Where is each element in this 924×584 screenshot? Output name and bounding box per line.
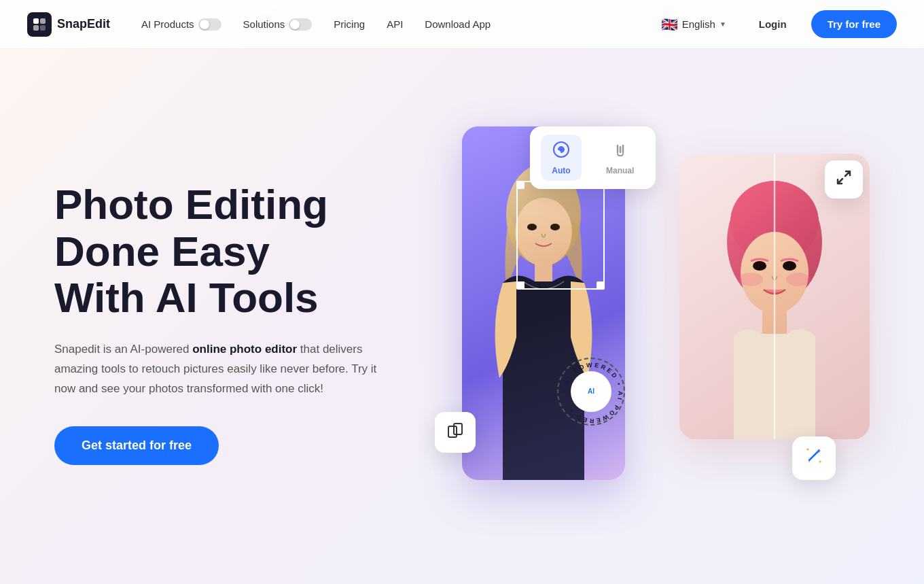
hero-content: Photo Editing Done Easy With AI Tools Sn… — [54, 182, 421, 464]
magic-wand-card[interactable] — [792, 436, 836, 480]
svg-rect-0 — [33, 18, 39, 24]
svg-point-20 — [739, 273, 763, 286]
svg-point-19 — [783, 261, 796, 271]
nav-toggle-ai-products[interactable] — [198, 18, 221, 31]
svg-point-28 — [819, 461, 821, 463]
selection-rectangle — [516, 181, 605, 290]
expand-icon — [836, 169, 852, 190]
nav-links: AI Products Solutions Pricing API Downlo… — [132, 13, 653, 36]
nav-label-pricing: Pricing — [334, 18, 365, 30]
crop-icon — [446, 421, 465, 444]
logo-text: SnapEdit — [57, 17, 110, 31]
ai-powered-badge: • AI POWERED • AI POWERED • AI — [557, 358, 625, 426]
nav-item-download[interactable]: Download App — [415, 13, 500, 35]
login-button[interactable]: Login — [745, 12, 800, 37]
nav-label-download: Download App — [425, 18, 491, 30]
auto-manual-card[interactable]: Auto Manual — [530, 126, 656, 189]
tab-auto[interactable]: Auto — [541, 135, 582, 181]
svg-rect-24 — [448, 426, 457, 437]
svg-rect-3 — [40, 25, 46, 31]
hero-visual: Auto Manual — [421, 113, 870, 534]
svg-rect-2 — [33, 25, 39, 31]
logo-icon — [27, 12, 52, 37]
crop-card[interactable] — [435, 412, 476, 453]
get-started-button[interactable]: Get started for free — [54, 426, 219, 465]
tab-manual[interactable]: Manual — [595, 135, 645, 181]
hero-section: Photo Editing Done Easy With AI Tools Sn… — [0, 49, 924, 584]
nav-item-ai-products[interactable]: AI Products — [132, 13, 231, 36]
svg-rect-1 — [40, 18, 46, 24]
svg-point-27 — [807, 449, 809, 451]
nav-label-ai-products: AI Products — [141, 18, 194, 30]
chevron-down-icon: ▼ — [719, 20, 726, 28]
flag-icon: 🇬🇧 — [661, 16, 678, 33]
svg-point-18 — [753, 261, 766, 271]
svg-point-21 — [786, 273, 811, 286]
nav-label-api: API — [387, 18, 403, 30]
svg-point-30 — [808, 461, 810, 462]
language-label: English — [682, 18, 715, 30]
svg-point-29 — [819, 450, 821, 451]
hero-subtitle: Snapedit is an AI-powered online photo e… — [54, 340, 380, 399]
auto-icon — [552, 140, 571, 163]
magic-wand-icon — [804, 445, 824, 470]
svg-rect-25 — [454, 424, 462, 434]
hero-title: Photo Editing Done Easy With AI Tools — [54, 182, 421, 321]
nav-right: 🇬🇧 English ▼ Login Try for free — [653, 10, 897, 38]
expand-card[interactable] — [825, 160, 863, 199]
logo-link[interactable]: SnapEdit — [27, 12, 110, 37]
nav-item-solutions[interactable]: Solutions — [234, 13, 322, 36]
ai-badge-center: AI — [571, 371, 611, 412]
navbar: SnapEdit AI Products Solutions Pricing A… — [0, 0, 924, 49]
nav-label-solutions: Solutions — [243, 18, 285, 30]
photo-card-side — [679, 154, 870, 439]
nav-item-api[interactable]: API — [377, 13, 412, 35]
nav-item-pricing[interactable]: Pricing — [324, 13, 374, 35]
nav-toggle-solutions[interactable] — [289, 18, 312, 31]
manual-label: Manual — [606, 166, 634, 175]
svg-point-5 — [559, 148, 563, 152]
manual-icon — [611, 140, 630, 163]
language-selector[interactable]: 🇬🇧 English ▼ — [653, 11, 734, 38]
try-for-free-button[interactable]: Try for free — [811, 10, 897, 38]
auto-label: Auto — [552, 166, 570, 175]
